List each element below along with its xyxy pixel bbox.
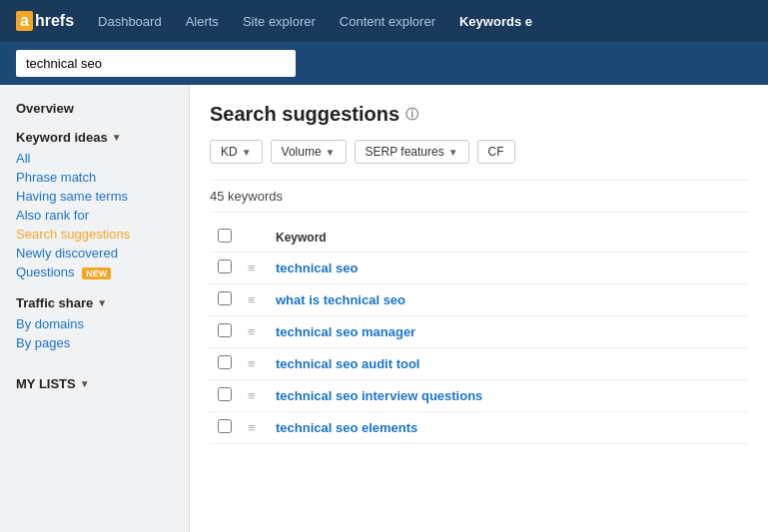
sidebar-item-phrase-match[interactable]: Phrase match — [16, 168, 173, 187]
nav-site-explorer[interactable]: Site explorer — [243, 14, 316, 29]
row-icon-2: ≡ — [248, 292, 256, 307]
page-title: Search suggestions ⓘ — [210, 103, 748, 126]
row-icon-3: ≡ — [248, 324, 256, 339]
new-badge: NEW — [82, 267, 111, 279]
row-checkbox-6[interactable] — [218, 419, 232, 433]
sidebar-traffic-share-title[interactable]: Traffic share ▼ — [16, 295, 173, 310]
keywords-count: 45 keywords — [210, 180, 748, 213]
nav-keywords-explorer[interactable]: Keywords e — [459, 14, 532, 29]
sidebar-my-lists-title[interactable]: MY LISTS ▼ — [16, 376, 173, 391]
row-checkbox-4[interactable] — [218, 355, 232, 369]
filter-serp-features[interactable]: SERP features ▼ — [355, 140, 469, 164]
table-row: ≡ technical seo — [210, 253, 748, 284]
main-layout: Overview Keyword ideas ▼ All Phrase matc… — [0, 85, 768, 532]
keyword-link-4[interactable]: technical seo audit tool — [276, 356, 419, 371]
logo-text: hrefs — [35, 12, 74, 30]
sidebar-keyword-ideas-label: Keyword ideas — [16, 130, 108, 145]
search-input[interactable] — [16, 50, 296, 77]
table-row: ≡ technical seo audit tool — [210, 348, 748, 380]
chevron-down-icon-traffic: ▼ — [97, 297, 107, 308]
logo[interactable]: a hrefs — [16, 11, 74, 31]
filter-kd[interactable]: KD ▼ — [210, 140, 263, 164]
chevron-down-icon-serp: ▼ — [448, 147, 458, 158]
search-bar — [0, 42, 768, 85]
keywords-table: Keyword ≡ technical seo ≡ what is techni… — [210, 223, 748, 444]
sidebar: Overview Keyword ideas ▼ All Phrase matc… — [0, 85, 190, 532]
table-header-keyword: Keyword — [268, 223, 748, 253]
top-navigation: a hrefs Dashboard Alerts Site explorer C… — [0, 0, 768, 42]
sidebar-item-search-suggestions[interactable]: Search suggestions — [16, 225, 173, 244]
chevron-down-icon-volume: ▼ — [326, 147, 336, 158]
sidebar-item-all[interactable]: All — [16, 149, 173, 168]
sidebar-item-by-pages[interactable]: By pages — [16, 333, 173, 352]
row-icon-1: ≡ — [248, 261, 256, 275]
table-row: ≡ technical seo elements — [210, 412, 748, 444]
select-all-checkbox[interactable] — [218, 229, 232, 243]
table-header-check — [210, 223, 240, 253]
sidebar-item-by-domains[interactable]: By domains — [16, 314, 173, 333]
sidebar-item-having-same-terms[interactable]: Having same terms — [16, 187, 173, 206]
row-checkbox-2[interactable] — [218, 291, 232, 305]
row-icon-4: ≡ — [248, 356, 256, 371]
keyword-link-2[interactable]: what is technical seo — [276, 292, 405, 307]
table-row: ≡ technical seo interview questions — [210, 380, 748, 412]
table-row: ≡ what is technical seo — [210, 284, 748, 316]
keyword-link-1[interactable]: technical seo — [276, 261, 358, 275]
row-checkbox-1[interactable] — [218, 260, 232, 273]
sidebar-item-questions[interactable]: Questions NEW — [16, 263, 173, 281]
sidebar-keyword-ideas-title[interactable]: Keyword ideas ▼ — [16, 130, 173, 145]
row-icon-5: ≡ — [248, 388, 256, 403]
keyword-link-5[interactable]: technical seo interview questions — [276, 388, 482, 403]
filter-cf[interactable]: CF — [477, 140, 515, 164]
table-row: ≡ technical seo manager — [210, 316, 748, 348]
filter-row: KD ▼ Volume ▼ SERP features ▼ CF — [210, 140, 748, 164]
keyword-link-3[interactable]: technical seo manager — [276, 324, 415, 339]
chevron-down-icon-kd: ▼ — [242, 147, 252, 158]
chevron-down-icon: ▼ — [112, 132, 122, 143]
chevron-down-icon-lists: ▼ — [80, 378, 90, 389]
nav-alerts[interactable]: Alerts — [186, 14, 219, 29]
info-icon[interactable]: ⓘ — [405, 106, 418, 124]
filter-volume[interactable]: Volume ▼ — [271, 140, 347, 164]
sidebar-item-also-rank-for[interactable]: Also rank for — [16, 206, 173, 225]
sidebar-my-lists-label: MY LISTS — [16, 376, 76, 391]
sidebar-overview[interactable]: Overview — [16, 101, 173, 116]
table-header-icon — [240, 223, 268, 253]
nav-content-explorer[interactable]: Content explorer — [340, 14, 435, 29]
sidebar-item-newly-discovered[interactable]: Newly discovered — [16, 244, 173, 263]
sidebar-traffic-share-label: Traffic share — [16, 295, 93, 310]
row-checkbox-3[interactable] — [218, 323, 232, 337]
nav-dashboard[interactable]: Dashboard — [98, 14, 162, 29]
row-checkbox-5[interactable] — [218, 387, 232, 401]
main-content: Search suggestions ⓘ KD ▼ Volume ▼ SERP … — [190, 85, 768, 532]
row-icon-6: ≡ — [248, 420, 256, 435]
logo-a: a — [16, 11, 33, 31]
keyword-link-6[interactable]: technical seo elements — [276, 420, 417, 435]
